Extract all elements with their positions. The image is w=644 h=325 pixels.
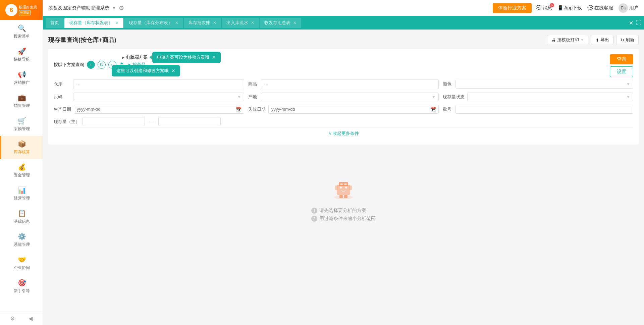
filter-row-3: 生产日期 📅 失效日期 📅 批号 <box>54 105 633 114</box>
settings-bottom-btn[interactable]: ⚙ <box>10 315 15 322</box>
reset-btn[interactable]: 设置 <box>610 66 633 77</box>
tab-batch-account-close[interactable]: ✕ <box>213 20 216 25</box>
sidebar-bottom: ⚙ ◀ <box>0 312 43 325</box>
sidebar-item-search-menu[interactable]: 🔍 搜索菜单 <box>0 20 43 43</box>
expire-date-cal-icon[interactable]: 📅 <box>430 107 436 112</box>
sidebar-item-system[interactable]: ⚙️ 系统管理 <box>0 228 43 252</box>
sidebar-item-label: 搜索菜单 <box>14 34 30 39</box>
stock-main-from-input[interactable] <box>83 117 145 126</box>
topbar-settings-icon[interactable]: ⚙ <box>119 4 124 12</box>
filter-header: 按以下方案查询 + ↻ ← ▶ 电脑端方案 ▶ 按 <box>54 54 633 75</box>
sidebar-item-quick-nav[interactable]: 🚀 快捷导航 <box>0 43 43 66</box>
page-actions: 🖨 按模板打印 ▼ ⬆ 导出 ↻ 刷新 <box>547 35 639 45</box>
sidebar-item-basic-info[interactable]: 📋 基础信息 <box>0 205 43 228</box>
print-btn[interactable]: 🖨 按模板打印 ▼ <box>547 35 588 45</box>
svg-point-9 <box>340 186 342 188</box>
goods-label: 商品 <box>248 81 258 87</box>
goods-select[interactable]: ··· <box>261 79 439 89</box>
stock-status-dropdown-arrow: ▼ <box>626 95 630 99</box>
sidebar-item-finance[interactable]: 💰 资金管理 <box>0 159 43 182</box>
message-badge: 6 <box>550 3 554 7</box>
collapse-sidebar-btn[interactable]: ◀ <box>29 315 33 322</box>
filter-header-label: 按以下方案查询 <box>54 62 84 68</box>
add-tooltip-text: 电脑方案可设为移动方案哦 <box>157 54 209 60</box>
produce-date-cal-icon[interactable]: 📅 <box>236 107 241 112</box>
svg-rect-6 <box>349 185 352 190</box>
tab-receive-summary-close[interactable]: ✕ <box>293 20 297 25</box>
tab-receive-summary[interactable]: 收发存汇总表 ✕ <box>260 18 301 28</box>
produce-date-input[interactable] <box>74 105 244 114</box>
close-all-tabs-btn[interactable]: ✕ <box>629 20 633 26</box>
size-label: 尺码 <box>54 94 70 100</box>
svg-rect-7 <box>339 195 343 198</box>
color-select[interactable]: ▼ <box>455 80 633 89</box>
expire-date-input-wrap: 📅 <box>268 105 439 114</box>
svg-rect-4 <box>344 183 347 185</box>
sidebar-item-operation[interactable]: 📊 经营管理 <box>0 182 43 205</box>
tab-receive-summary-label: 收发存汇总表 <box>264 20 290 26</box>
tab-batch-account-label: 库存批次账 <box>189 20 210 26</box>
tab-inventory-status-close[interactable]: ✕ <box>115 20 119 25</box>
topbar-dropdown-icon[interactable]: ▼ <box>112 6 116 10</box>
sidebar-item-marketing[interactable]: 📢 营销推广 <box>0 66 43 90</box>
filter-btn-group: 查询 设置 <box>610 54 633 77</box>
filter-row-2: 尺码 ▼ 产地 ▼ 现存量状态 <box>54 93 633 101</box>
tab-batch-account[interactable]: 库存批次账 ✕ <box>184 18 221 28</box>
message-btn[interactable]: 💬 消息 6 <box>536 5 552 11</box>
stock-status-select[interactable]: ▼ <box>467 93 633 101</box>
search-btn[interactable]: 查询 <box>610 54 633 64</box>
scheme-tooltip-popover: 这里可以创建和修改方案哦 ✕ <box>112 65 180 76</box>
tab-in-out-flow[interactable]: 出入库流水 ✕ <box>222 18 259 28</box>
sidebar-item-enterprise[interactable]: 🤝 企业协同 <box>0 252 43 275</box>
enterprise-icon: 🤝 <box>18 256 26 264</box>
stock-main-to-input[interactable] <box>158 117 221 126</box>
sidebar-item-inventory[interactable]: 📦 库存核算 <box>0 136 43 159</box>
filter-produce-date: 生产日期 📅 <box>54 105 244 114</box>
online-support-btn[interactable]: 💬 在线客服 <box>587 5 613 11</box>
tip2-num: 2 <box>311 216 317 222</box>
batch-input[interactable] <box>455 105 633 114</box>
svg-point-10 <box>345 186 347 188</box>
stock-main-dash: — <box>148 119 156 125</box>
app-download-btn[interactable]: 📱 App下载 <box>557 5 582 11</box>
color-dropdown-arrow: ▼ <box>626 82 630 87</box>
marketing-icon: 📢 <box>18 70 26 78</box>
expire-date-input[interactable] <box>268 105 439 114</box>
sidebar-item-label: 系统管理 <box>14 242 30 248</box>
user-avatar[interactable]: Ea 用户 <box>619 3 639 13</box>
origin-select[interactable]: ▼ <box>261 93 439 101</box>
export-icon: ⬆ <box>595 38 599 43</box>
refresh-scheme-btn[interactable]: ↻ <box>98 61 106 69</box>
collapse-more-btn[interactable]: ∧ 收起更多条件 <box>54 127 633 139</box>
tab-in-out-flow-close[interactable]: ✕ <box>251 20 254 25</box>
sidebar-item-label: 经营管理 <box>14 196 30 201</box>
sales-icon: 💼 <box>18 94 26 102</box>
sidebar: 6 畅通好生意 标准版 🔍 搜索菜单 🚀 快捷导航 📢 营销推广 💼 销售管理 … <box>0 0 43 325</box>
sidebar-item-label: 营销推广 <box>14 80 30 86</box>
operation-icon: 📊 <box>18 186 26 194</box>
filter-goods: 商品 ··· <box>248 79 439 89</box>
sidebar-item-purchase[interactable]: 🛒 采购管理 <box>0 113 43 136</box>
sidebar-item-sales[interactable]: 💼 销售管理 <box>0 90 43 113</box>
tab-inventory-status[interactable]: 现存量（库存状况表） ✕ <box>64 18 123 28</box>
export-btn[interactable]: ⬆ 导出 <box>591 35 613 45</box>
sidebar-item-label: 库存核算 <box>14 149 30 155</box>
size-select[interactable]: ▼ <box>73 93 244 101</box>
expand-btn[interactable]: ⛶ <box>636 20 641 26</box>
tab-home[interactable]: 首页 <box>46 18 64 28</box>
scheme-tooltip-close[interactable]: ✕ <box>171 68 175 73</box>
tab-inventory-dist-close[interactable]: ✕ <box>175 20 178 25</box>
svg-rect-3 <box>340 183 343 185</box>
warehouse-select[interactable]: ··· <box>73 79 244 89</box>
refresh-btn[interactable]: ↻ 刷新 <box>616 35 639 45</box>
page-title-text: 现存量查询(按仓库+商品) <box>48 36 116 44</box>
sidebar-item-guide[interactable]: 🎯 新手引导 <box>0 275 43 298</box>
origin-label: 产地 <box>248 94 258 100</box>
industry-plan-btn[interactable]: 体验行业方案 <box>493 3 532 13</box>
print-dropdown-icon: ▼ <box>580 38 584 42</box>
add-tooltip-popover: 电脑方案可设为移动方案哦 ✕ <box>152 52 221 63</box>
sidebar-item-label: 新手引导 <box>14 288 30 294</box>
add-tooltip-close[interactable]: ✕ <box>212 55 216 60</box>
add-scheme-btn[interactable]: + <box>87 61 95 69</box>
tab-inventory-dist[interactable]: 现存量（库存分布表） ✕ <box>124 18 183 28</box>
